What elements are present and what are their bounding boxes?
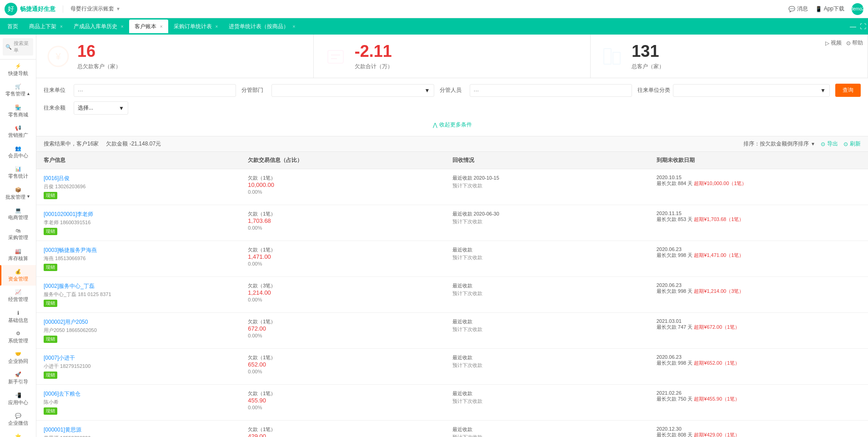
search-icon: 🔍 [5,44,12,50]
table-row: [0003]畅捷服务尹海燕 海燕 18513066976 现销 欠款（1笔） 1… [36,241,868,277]
sidebar-item-marketing[interactable]: 📢 营销推广 [0,121,36,142]
debt-cell: 欠款（1笔） 652.00 0.00% [248,354,452,374]
close-icon[interactable]: × [121,24,124,29]
overdue-cell: 2021.03.01 最长欠款 747 天 超期¥672.00（1笔） [657,318,861,331]
overdue-amount-link[interactable]: 超期¥10,000.00（1笔） [694,181,747,186]
minimize-icon[interactable]: — [850,23,856,30]
debt-pct: 0.00% [248,333,452,338]
overdue-amount-link[interactable]: 超期¥672.00（1笔） [694,324,740,330]
overdue-date: 2020.06.23 [657,354,861,360]
close-icon[interactable]: × [292,24,295,29]
sidebar-item-ecommerce[interactable]: 💻 电商管理 [0,204,36,224]
refresh-button[interactable]: ⊙ 刷新 [843,140,861,148]
video-action[interactable]: ▷ 视频 [825,39,842,47]
svg-rect-6 [613,52,620,64]
maximize-icon[interactable]: ⛶ [860,23,866,30]
mall-icon: 🏪 [15,105,21,110]
debt-desc: 欠款（3笔） [248,282,452,289]
export-button[interactable]: ⊙ 导出 [821,140,838,148]
debt-desc: 欠款（1笔） [248,175,452,181]
debt-cell: 欠款（1笔） 429.00 0.00% [248,426,452,437]
debt-cell: 欠款（1笔） 672.00 0.00% [248,318,452,338]
overdue-cell: 2020.06.23 最长欠款 998 天 超期¥652.00（1笔） [657,354,861,367]
tab-production-history[interactable]: 产成品入库单历史 × [68,20,129,33]
overdue-date: 2021.02.26 [657,390,861,396]
collapse-filter-button[interactable]: ⋀ 收起更多条件 [44,119,861,131]
customer-id-link[interactable]: [0007]小进干 [44,354,248,362]
filter-input-person[interactable]: ··· [470,84,632,97]
overdue-amount-link[interactable]: 超期¥429.00（1笔） [694,432,740,437]
tab-product-listing[interactable]: 商品上下架 × [24,20,68,33]
collection-cell: 最近收款 预计下次收款 [452,390,657,405]
marketing-icon: 📢 [15,125,21,131]
search-menu-button[interactable]: 🔍 搜索菜单 [3,38,33,55]
help-action[interactable]: ⊙ 帮助 [846,39,863,47]
collection-latest: 最近收款 [452,246,657,253]
app-center-icon: 📲 [15,392,21,398]
sidebar-item-inventory[interactable]: 🏭 库存核算 [0,245,36,265]
wholesale-icon: 📦 [15,187,21,192]
sort-select[interactable]: 排序：按欠款金额倒序排序 ▼ [743,140,815,148]
tab-purchase-order-stats[interactable]: 采购订单统计表 × [168,20,224,33]
tab-customer-account[interactable]: 客户账本 × [129,20,168,33]
collab-icon: 🤝 [15,351,21,357]
customer-id-link[interactable]: [0006]去下粮仓 [44,390,248,398]
sidebar-item-finance[interactable]: 💰 资金管理 [0,265,36,286]
owed-customers-value: 16 [77,42,121,61]
customer-tag: 现销 [44,264,57,271]
sidebar-item-retail-management[interactable]: 🛒 零售管理 ▲ [0,80,36,100]
filter-input-unit[interactable]: ··· [74,84,236,97]
table-row: [0016]吕俊 吕俊 13026203696 现销 欠款（1笔） 10,000… [36,169,868,205]
sidebar-item-operation[interactable]: 📈 经营管理 [0,286,36,306]
col-header-overdue: 到期未收款日期 [657,156,861,164]
customer-id-link[interactable]: [0002]服务中心_丁磊 [44,282,248,290]
close-icon[interactable]: × [60,24,63,29]
sidebar-item-app-center[interactable]: 📲 应用中心 [0,389,36,409]
overdue-amount-link[interactable]: 超期¥455.90（1笔） [694,396,740,402]
customer-id-link[interactable]: [000002]用户2050 [44,318,248,326]
overdue-amount-link[interactable]: 超期¥1,214.00（3笔） [694,288,744,294]
tab-home[interactable]: 首页 [2,20,24,33]
filter-label-person: 分管人员 [440,86,467,94]
sidebar-item-enterprise-collab[interactable]: 🤝 企业协同 [0,347,36,368]
sidebar-item-wholesale[interactable]: 📦 批发管理 ▼ [0,183,36,204]
search-button[interactable]: 查询 [835,84,861,97]
customer-id-link[interactable]: [000001]黄思源 [44,426,248,434]
sidebar-item-chang-member[interactable]: ⭐ 畅会员 [0,430,36,437]
sidebar-item-quick-nav[interactable]: ⚡ 快捷导航 [0,60,36,80]
overdue-amount-link[interactable]: 超期¥1,471.00（1笔） [694,252,744,258]
sidebar-item-retail-mall[interactable]: 🏪 零售商城 [0,101,36,121]
customer-id-link[interactable]: [0016]吕俊 [44,175,248,182]
avatar: demo2 [852,3,863,15]
customer-cell: [0002]服务中心_丁磊 服务中心_丁磊 181 0125 8371 现销 [44,282,248,307]
customer-cell: [000002]用户2050 用户2050 18665062050 现销 [44,318,248,343]
close-icon[interactable]: × [160,24,163,29]
customer-id-link[interactable]: [0001020001]李老师 [44,211,248,218]
company-select[interactable]: 母婴行业演示账套 ▼ [70,5,120,13]
sidebar-item-purchase[interactable]: 🛍 采购管理 [0,224,36,244]
filter-select-dept[interactable]: ▼ [271,84,434,97]
table-row: [000001]黄思源 黄思源 13552700226 现销 欠款（1笔） 42… [36,421,868,437]
message-button[interactable]: 💬 消息 [788,5,808,13]
sidebar-item-beginner-guide[interactable]: 🚀 新手引导 [0,368,36,388]
close-icon[interactable]: × [216,24,218,29]
overdue-amount-link[interactable]: 超期¥652.00（1笔） [694,360,740,366]
app-download-button[interactable]: 📱 App下载 [815,5,844,13]
filter-select-balance[interactable]: 选择... ▼ [74,101,128,115]
filter-select-unit-type[interactable]: ▼ [673,84,830,97]
filter-group-person: 分管人员 ··· [440,84,632,97]
tab-purchase-stats-by-product[interactable]: 进货单统计表（按商品） × [223,20,301,33]
sidebar-item-enterprise-wechat[interactable]: 💬 企业微信 [0,409,36,430]
sidebar-item-basic-info[interactable]: ℹ 基础信息 [0,306,36,327]
sidebar-item-member-center[interactable]: 👥 会员中心 [0,142,36,162]
stats-row: ¥ 16 总欠款客户（家） -2.11 欠款合计（万） [36,35,868,78]
overdue-amount-link[interactable]: 超期¥1,703.68（1笔） [694,216,744,222]
customer-tag: 现销 [44,192,57,199]
sidebar-item-system[interactable]: ⚙ 系统管理 [0,327,36,347]
customer-id-link[interactable]: [0003]畅捷服务尹海燕 [44,246,248,254]
user-menu[interactable]: demo2 [852,3,863,15]
logo-text: 畅捷通好生意 [20,5,55,13]
nav-tabs-end: — ⛶ [850,23,866,30]
debt-desc: 欠款（1笔） [248,246,452,253]
sidebar-item-retail-stats[interactable]: 📊 零售统计 [0,162,36,183]
